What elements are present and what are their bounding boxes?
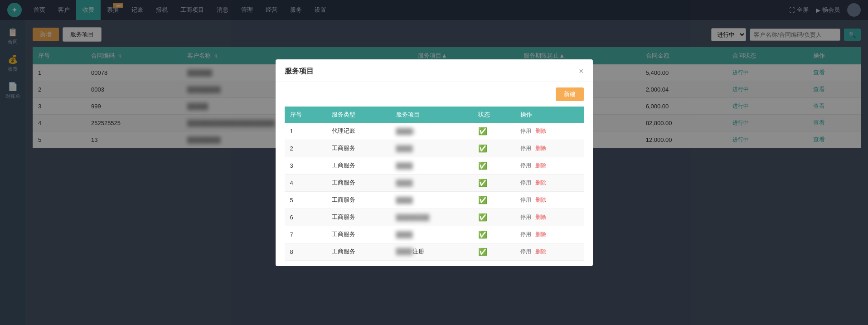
list-item: 4 工商服务 ████ ✅ 停用 删除 bbox=[285, 174, 584, 191]
stop-button-4[interactable]: 停用 bbox=[520, 179, 531, 186]
delete-button-3[interactable]: 删除 bbox=[535, 162, 546, 169]
service-item-table-header: 序号 服务类型 服务项目 状态 操作 bbox=[285, 107, 584, 123]
status-check-3: ✅ bbox=[478, 162, 487, 170]
modal-col-type: 服务类型 bbox=[326, 107, 390, 123]
modal-col-item: 服务项目 bbox=[391, 107, 473, 123]
delete-button-2[interactable]: 删除 bbox=[535, 145, 546, 151]
stop-button-7[interactable]: 停用 bbox=[520, 231, 531, 238]
stop-button-2[interactable]: 停用 bbox=[520, 145, 531, 151]
modal-header: 服务项目 × bbox=[276, 59, 593, 82]
list-item: 8 工商服务 ████注册 ✅ 停用 删除 bbox=[285, 243, 584, 260]
delete-button-7[interactable]: 删除 bbox=[535, 231, 546, 238]
list-item: 5 工商服务 ████ ✅ 停用 删除 bbox=[285, 191, 584, 209]
list-item: 3 工商服务 ████ ✅ 停用 删除 bbox=[285, 157, 584, 174]
modal-new-button[interactable]: 新建 bbox=[556, 87, 584, 101]
modal-body: 新建 序号 服务类型 服务项目 状态 操作 bbox=[276, 82, 593, 266]
modal-col-seq: 序号 bbox=[285, 107, 327, 123]
list-item: 1 代理记账 ████1 ✅ 停用 删除 bbox=[285, 123, 584, 140]
service-item-modal: 服务项目 × 新建 序号 服务类型 服务项目 状态 操作 bbox=[276, 59, 593, 266]
stop-button-3[interactable]: 停用 bbox=[520, 162, 531, 169]
status-check-5: ✅ bbox=[478, 196, 487, 204]
status-check-2: ✅ bbox=[478, 145, 487, 152]
status-check-6: ✅ bbox=[478, 213, 487, 221]
modal-title: 服务项目 bbox=[285, 67, 314, 76]
modal-col-action: 操作 bbox=[515, 107, 584, 123]
stop-button-8[interactable]: 停用 bbox=[520, 248, 531, 255]
delete-button-1[interactable]: 删除 bbox=[535, 128, 546, 134]
modal-close-button[interactable]: × bbox=[579, 67, 584, 75]
stop-button-5[interactable]: 停用 bbox=[520, 197, 531, 203]
stop-button-1[interactable]: 停用 bbox=[520, 128, 531, 134]
delete-button-4[interactable]: 删除 bbox=[535, 179, 546, 186]
list-item: 7 工商服务 ████ ✅ 停用 删除 bbox=[285, 226, 584, 243]
service-item-table-body: 1 代理记账 ████1 ✅ 停用 删除 2 工商服务 bbox=[285, 123, 584, 261]
delete-button-6[interactable]: 删除 bbox=[535, 214, 546, 220]
modal-col-status: 状态 bbox=[473, 107, 515, 123]
list-item: 2 工商服务 ████ ✅ 停用 删除 bbox=[285, 140, 584, 157]
delete-button-8[interactable]: 删除 bbox=[535, 248, 546, 255]
service-item-table: 序号 服务类型 服务项目 状态 操作 1 代理记账 ████1 ✅ bbox=[285, 107, 584, 261]
modal-overlay: 服务项目 × 新建 序号 服务类型 服务项目 状态 操作 bbox=[0, 0, 868, 325]
stop-button-6[interactable]: 停用 bbox=[520, 214, 531, 220]
list-item: 6 工商服务 ████████ ✅ 停用 删除 bbox=[285, 209, 584, 226]
status-check-7: ✅ bbox=[478, 231, 487, 238]
status-check-4: ✅ bbox=[478, 179, 487, 187]
modal-toolbar: 新建 bbox=[285, 87, 584, 101]
delete-button-5[interactable]: 删除 bbox=[535, 197, 546, 203]
status-check-8: ✅ bbox=[478, 248, 487, 256]
modal-scroll-area[interactable]: 序号 服务类型 服务项目 状态 操作 1 代理记账 ████1 ✅ bbox=[285, 107, 584, 261]
status-check-1: ✅ bbox=[478, 127, 487, 135]
